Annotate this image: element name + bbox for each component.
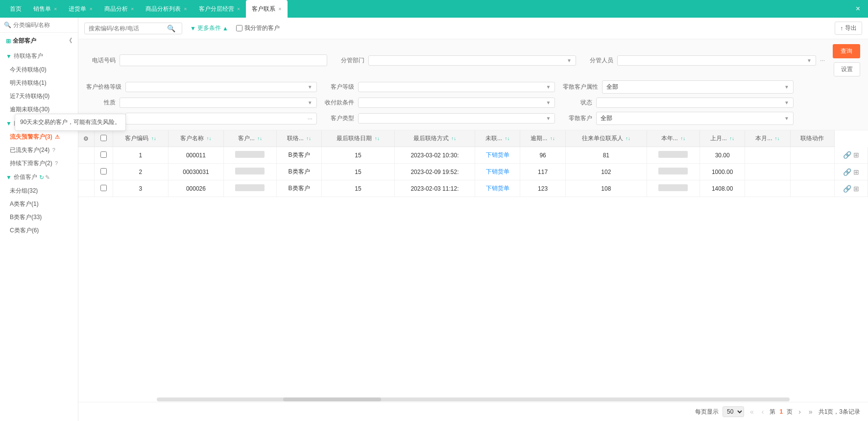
row-checkbox-1[interactable]: [94, 164, 113, 180]
refresh-icon[interactable]: ↻: [39, 174, 44, 181]
row-type-0: B类客户: [276, 147, 321, 164]
row-check-1[interactable]: [100, 168, 107, 174]
action-grid-icon-2[interactable]: ⊞: [853, 185, 859, 193]
nav-product-analysis-close[interactable]: ×: [131, 6, 134, 12]
row-contact-0: 15: [322, 147, 395, 164]
question-icon: ?: [52, 147, 55, 153]
action-grid-icon-0[interactable]: ⊞: [853, 151, 859, 159]
next-page-btn[interactable]: ›: [796, 407, 803, 417]
filter-price-grade-select[interactable]: ▼: [125, 82, 317, 92]
sidebar-search-input[interactable]: [13, 22, 74, 28]
nav-purchase[interactable]: 进货单 ×: [63, 0, 98, 18]
chevron-dept-icon: ▼: [567, 58, 572, 63]
my-customers-checkbox[interactable]: [236, 25, 242, 31]
page-size-select[interactable]: 50: [723, 406, 744, 417]
nav-sales-close[interactable]: ×: [54, 6, 57, 12]
filter-person-select[interactable]: ▼: [617, 55, 816, 66]
sidebar-collapse-btn[interactable]: 《: [66, 37, 72, 45]
filter-price-grade: 客户价格等级 ▼: [86, 82, 317, 92]
filter-customer-grade-select[interactable]: ▼: [358, 82, 555, 92]
col-checkbox[interactable]: [94, 130, 113, 147]
filter-more-btn-1[interactable]: ···: [820, 57, 825, 64]
filter-retail-customer-select[interactable]: 全部 ▼: [596, 112, 794, 125]
row-last-method-2[interactable]: 下销货单: [475, 180, 520, 197]
window-close-btn[interactable]: ×: [852, 4, 864, 13]
row-check-2[interactable]: [100, 185, 107, 191]
chevron-ctype-icon: ▼: [546, 116, 551, 121]
action-link-icon-2[interactable]: 🔗: [843, 185, 851, 193]
sidebar-item-class-b[interactable]: B类客户(33): [0, 211, 78, 224]
sidebar-item-churned[interactable]: 已流失客户(24) ?: [0, 144, 78, 157]
nav-customer-layer-close[interactable]: ×: [237, 6, 240, 12]
search-input[interactable]: [89, 25, 167, 32]
filter-region-select[interactable]: ···: [125, 113, 317, 124]
nav-sales[interactable]: 销售单 ×: [27, 0, 63, 18]
action-link-icon-0[interactable]: 🔗: [843, 151, 851, 159]
col-no-contact[interactable]: 未联... ↑↓: [475, 130, 520, 147]
row-last-method-0[interactable]: 下销货单: [475, 147, 520, 164]
nav-product-analysis-list[interactable]: 商品分析列表 ×: [140, 0, 193, 18]
nav-customer-contact-close[interactable]: ×: [278, 6, 281, 12]
sidebar-item-churn-warning[interactable]: 流失预警客户(3) ⚠: [0, 130, 78, 144]
more-filter-btn[interactable]: ▼ 更多条件 ▲: [186, 22, 232, 34]
col-this-year[interactable]: 本年... ↑↓: [647, 130, 699, 147]
sidebar-item-7days-contact[interactable]: 近7天待联络(0): [0, 90, 78, 103]
scrollbar-thumb[interactable]: [283, 397, 381, 401]
filter-status-select[interactable]: ▼: [596, 98, 794, 108]
prev-page-btn[interactable]: ‹: [760, 407, 766, 417]
filter-phone-input[interactable]: [120, 54, 327, 66]
nav-customer-contact[interactable]: 客户联系 ×: [246, 0, 287, 18]
horizontal-scrollbar[interactable]: [78, 397, 868, 402]
col-contact[interactable]: 联络... ↑↓: [276, 130, 321, 147]
row-last-method-1[interactable]: 下销货单: [475, 164, 520, 180]
sidebar-group-value-customer[interactable]: ▼ 价值客户 ↻ ✎: [0, 170, 78, 184]
row-action-0[interactable]: 🔗 ⊞: [834, 147, 868, 164]
filter-payment-select[interactable]: ▼: [358, 98, 555, 108]
filter-nature-select[interactable]: ▼: [120, 98, 317, 108]
nav-purchase-close[interactable]: ×: [89, 6, 92, 12]
row-check-0[interactable]: [100, 151, 107, 158]
sidebar-item-today-contact[interactable]: 今天待联络(0): [0, 63, 78, 76]
edit-icon[interactable]: ✎: [45, 174, 50, 181]
nav-customer-layer[interactable]: 客户分层经营 ×: [193, 0, 246, 18]
action-link-icon-1[interactable]: 🔗: [843, 168, 851, 176]
query-btn[interactable]: 查询: [833, 44, 860, 58]
sidebar-item-class-a[interactable]: A类客户(1): [0, 198, 78, 211]
col-type[interactable]: 客户... ↑↓: [223, 130, 276, 147]
my-customers-filter[interactable]: 我分管的客户: [236, 24, 280, 32]
col-settings[interactable]: ⚙: [78, 130, 94, 147]
settings-btn[interactable]: 设置: [834, 62, 860, 76]
nav-product-analysis-list-close[interactable]: ×: [184, 6, 187, 12]
col-last-date[interactable]: 最后联络日期 ↑↓: [322, 130, 395, 147]
sidebar-item-tomorrow-contact[interactable]: 明天待联络(1): [0, 76, 78, 90]
select-all-checkbox[interactable]: [100, 135, 107, 141]
sidebar-item-ungrouped[interactable]: 未分组(32): [0, 184, 78, 198]
action-grid-icon-1[interactable]: ⊞: [853, 168, 859, 176]
col-overdue[interactable]: 逾期... ↑↓: [520, 130, 565, 147]
col-last-month[interactable]: 上月... ↑↓: [700, 130, 745, 147]
row-checkbox-2[interactable]: [94, 180, 113, 197]
row-action-2[interactable]: 🔗 ⊞: [834, 180, 868, 197]
sidebar-group-pending-contact[interactable]: ▼ 待联络客户: [0, 49, 78, 63]
sidebar-all-customers[interactable]: ⊞ 全部客户: [6, 37, 36, 45]
col-this-month[interactable]: 本月... ↑↓: [745, 130, 790, 147]
nav-product-analysis[interactable]: 商品分析 ×: [98, 0, 140, 18]
filter-customer-type-select[interactable]: ▼: [358, 113, 555, 124]
nav-home[interactable]: 首页: [4, 0, 27, 18]
sidebar-item-class-c[interactable]: C类客户(6): [0, 224, 78, 237]
col-name[interactable]: 客户名称 ↑↓: [168, 130, 223, 147]
row-action-1[interactable]: 🔗 ⊞: [834, 164, 868, 180]
col-last-method[interactable]: 最后联络方式 ↑↓: [394, 130, 475, 147]
last-page-btn[interactable]: »: [807, 407, 815, 417]
col-code[interactable]: 客户编码 ↑↓: [113, 130, 168, 147]
first-page-btn[interactable]: «: [748, 407, 756, 417]
export-btn[interactable]: ↑ 导出: [835, 22, 862, 35]
sidebar-item-declining[interactable]: 持续下滑客户(2) ?: [0, 157, 78, 170]
filter-dept-select[interactable]: ▼: [368, 55, 576, 66]
filter-region-more[interactable]: ···: [308, 115, 313, 122]
filter-retail-attr-select[interactable]: 全部 ▼: [602, 80, 794, 94]
row-checkbox-0[interactable]: [94, 147, 113, 164]
col-contact-person[interactable]: 往来单位联系人 ↑↓: [565, 130, 647, 147]
search-btn[interactable]: 🔍: [167, 25, 175, 32]
row-lm-1: [745, 164, 790, 180]
